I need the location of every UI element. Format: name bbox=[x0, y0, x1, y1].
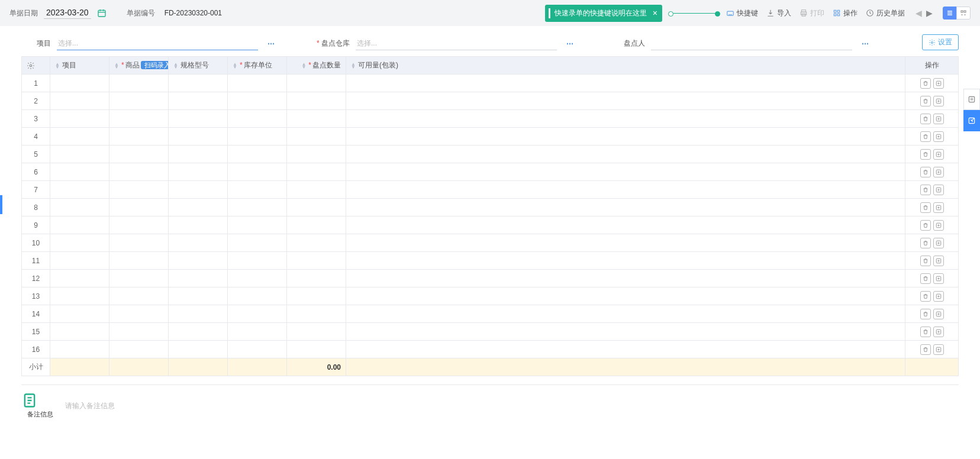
delete-row-icon[interactable] bbox=[920, 327, 931, 337]
cell-product[interactable] bbox=[109, 110, 169, 128]
cell-unit[interactable] bbox=[228, 323, 287, 341]
remarks-input[interactable] bbox=[59, 392, 959, 419]
cell-qty[interactable] bbox=[287, 146, 346, 163]
delete-row-icon[interactable] bbox=[920, 256, 931, 266]
cell-unit[interactable] bbox=[228, 163, 287, 181]
table-row[interactable]: 9 bbox=[22, 216, 959, 234]
cell-avail[interactable] bbox=[346, 146, 905, 163]
shortcut-button[interactable]: 快捷键 bbox=[726, 8, 758, 18]
add-row-icon[interactable] bbox=[933, 167, 944, 177]
cell-project[interactable] bbox=[50, 163, 109, 181]
import-button[interactable]: 导入 bbox=[766, 8, 791, 18]
cell-avail[interactable] bbox=[346, 110, 905, 128]
person-input[interactable] bbox=[651, 37, 852, 50]
delete-row-icon[interactable] bbox=[920, 344, 931, 355]
cell-spec[interactable] bbox=[169, 128, 228, 146]
cell-unit[interactable] bbox=[228, 234, 287, 252]
side-tab-2[interactable] bbox=[963, 110, 980, 131]
add-row-icon[interactable] bbox=[933, 185, 944, 195]
cell-spec[interactable] bbox=[169, 199, 228, 216]
cell-avail[interactable] bbox=[346, 181, 905, 199]
delete-row-icon[interactable] bbox=[920, 114, 931, 124]
cell-project[interactable] bbox=[50, 270, 109, 287]
cell-qty[interactable] bbox=[287, 181, 346, 199]
cell-avail[interactable] bbox=[346, 216, 905, 234]
table-row[interactable]: 10 bbox=[22, 234, 959, 252]
cell-avail[interactable] bbox=[346, 199, 905, 216]
cell-project[interactable] bbox=[50, 323, 109, 341]
cell-unit[interactable] bbox=[228, 128, 287, 146]
cell-spec[interactable] bbox=[169, 287, 228, 305]
cell-unit[interactable] bbox=[228, 270, 287, 287]
cell-product[interactable] bbox=[109, 146, 169, 163]
cell-qty[interactable] bbox=[287, 75, 346, 92]
cell-qty[interactable] bbox=[287, 110, 346, 128]
cell-unit[interactable] bbox=[228, 199, 287, 216]
add-row-icon[interactable] bbox=[933, 309, 944, 319]
cell-product[interactable] bbox=[109, 181, 169, 199]
add-row-icon[interactable] bbox=[933, 327, 944, 337]
print-button[interactable]: 打印 bbox=[800, 8, 824, 18]
cell-product[interactable] bbox=[109, 252, 169, 270]
cell-qty[interactable] bbox=[287, 341, 346, 358]
col-settings[interactable] bbox=[22, 57, 50, 75]
cell-avail[interactable] bbox=[346, 75, 905, 92]
add-row-icon[interactable] bbox=[933, 273, 944, 284]
cell-qty[interactable] bbox=[287, 234, 346, 252]
settings-button[interactable]: 设置 bbox=[922, 34, 959, 50]
cell-project[interactable] bbox=[50, 146, 109, 163]
delete-row-icon[interactable] bbox=[920, 273, 931, 284]
view-grid-icon[interactable] bbox=[956, 7, 971, 20]
table-row[interactable]: 1 bbox=[22, 75, 959, 92]
cell-avail[interactable] bbox=[346, 92, 905, 110]
cell-product[interactable] bbox=[109, 287, 169, 305]
cell-qty[interactable] bbox=[287, 323, 346, 341]
delete-row-icon[interactable] bbox=[920, 238, 931, 248]
delete-row-icon[interactable] bbox=[920, 78, 931, 89]
add-row-icon[interactable] bbox=[933, 291, 944, 302]
col-product[interactable]: ▲▼商品扫码录入 bbox=[109, 57, 169, 75]
delete-row-icon[interactable] bbox=[920, 167, 931, 177]
cell-qty[interactable] bbox=[287, 128, 346, 146]
cell-product[interactable] bbox=[109, 128, 169, 146]
cell-unit[interactable] bbox=[228, 305, 287, 323]
add-row-icon[interactable] bbox=[933, 238, 944, 248]
cell-avail[interactable] bbox=[346, 323, 905, 341]
cell-spec[interactable] bbox=[169, 305, 228, 323]
cell-qty[interactable] bbox=[287, 163, 346, 181]
warehouse-input[interactable] bbox=[356, 37, 557, 50]
calendar-icon[interactable] bbox=[97, 8, 107, 18]
delete-row-icon[interactable] bbox=[920, 220, 931, 231]
cell-project[interactable] bbox=[50, 199, 109, 216]
cell-unit[interactable] bbox=[228, 146, 287, 163]
cell-unit[interactable] bbox=[228, 252, 287, 270]
cell-qty[interactable] bbox=[287, 305, 346, 323]
cell-avail[interactable] bbox=[346, 163, 905, 181]
table-row[interactable]: 6 bbox=[22, 163, 959, 181]
view-list-icon[interactable] bbox=[943, 7, 957, 20]
delete-row-icon[interactable] bbox=[920, 309, 931, 319]
warehouse-more-icon[interactable]: ⋯ bbox=[566, 40, 574, 48]
table-row[interactable]: 7 bbox=[22, 181, 959, 199]
delete-row-icon[interactable] bbox=[920, 131, 931, 142]
operate-button[interactable]: 操作 bbox=[833, 8, 858, 18]
history-button[interactable]: 历史单据 bbox=[866, 8, 905, 18]
cell-project[interactable] bbox=[50, 234, 109, 252]
add-row-icon[interactable] bbox=[933, 149, 944, 160]
project-more-icon[interactable]: ⋯ bbox=[267, 40, 275, 48]
cell-project[interactable] bbox=[50, 181, 109, 199]
cell-unit[interactable] bbox=[228, 110, 287, 128]
cell-product[interactable] bbox=[109, 92, 169, 110]
cell-product[interactable] bbox=[109, 75, 169, 92]
add-row-icon[interactable] bbox=[933, 78, 944, 89]
delete-row-icon[interactable] bbox=[920, 291, 931, 302]
side-tab-1[interactable] bbox=[963, 89, 980, 110]
cell-avail[interactable] bbox=[346, 252, 905, 270]
cell-project[interactable] bbox=[50, 341, 109, 358]
cell-project[interactable] bbox=[50, 252, 109, 270]
col-unit[interactable]: ▲▼库存单位 bbox=[228, 57, 287, 75]
table-row[interactable]: 2 bbox=[22, 92, 959, 110]
cell-spec[interactable] bbox=[169, 92, 228, 110]
col-project[interactable]: ▲▼项目 bbox=[50, 57, 109, 75]
cell-project[interactable] bbox=[50, 287, 109, 305]
